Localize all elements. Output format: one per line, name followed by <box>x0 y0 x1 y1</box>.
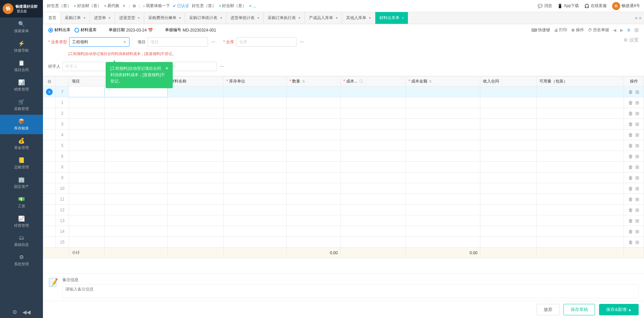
list-view-icon[interactable]: ≡ <box>627 27 630 33</box>
row-14-contract[interactable] <box>480 226 536 237</box>
row-11-unit[interactable] <box>224 194 287 205</box>
tab-material-outbound-close[interactable]: × <box>402 16 404 20</box>
row-11-name[interactable] <box>167 194 223 205</box>
row-12-delete-button[interactable]: 🗑 <box>628 207 634 213</box>
row-1-qty[interactable] <box>287 97 341 108</box>
row-13-code[interactable] <box>104 215 167 226</box>
row-6-qty[interactable] <box>287 151 341 162</box>
message-button[interactable]: 💬 消息 <box>538 3 552 9</box>
row-14-project[interactable] <box>69 226 105 237</box>
row-11-delete-button[interactable]: 🗑 <box>628 196 634 203</box>
row-9-available[interactable] <box>536 172 624 183</box>
tab-purchase-exec-close[interactable]: × <box>299 16 301 20</box>
row-6-name[interactable] <box>167 151 223 162</box>
row-12-name[interactable] <box>167 205 223 215</box>
row-4-contract[interactable] <box>480 129 536 140</box>
row-7-cost[interactable] <box>340 87 406 97</box>
row-11-cost[interactable] <box>340 194 406 205</box>
row-9-contract[interactable] <box>480 172 536 183</box>
row-11-contract[interactable] <box>480 194 536 205</box>
row-8-qty[interactable] <box>287 162 341 172</box>
sidebar-item-salary[interactable]: 💵 工资 <box>0 193 43 212</box>
tab-other-inbound-close[interactable]: × <box>369 16 371 20</box>
row-13-unit[interactable] <box>224 215 287 226</box>
row-11-qty[interactable] <box>287 194 341 205</box>
save-draft-button[interactable]: 保存草稿 <box>564 304 595 315</box>
topbar-certified-good-finance[interactable]: + 好业财（首） <box>219 3 246 9</box>
tab-product-inbound-close[interactable]: × <box>336 16 338 20</box>
row-7-unit[interactable] <box>224 87 287 97</box>
user-avatar[interactable]: 畅 畅捷通8号 <box>612 2 640 10</box>
row-9-code[interactable] <box>104 172 167 183</box>
income-contract-more-icon[interactable]: ··· <box>220 64 224 69</box>
row-4-cost-amount[interactable] <box>406 129 480 140</box>
row-2-name[interactable] <box>167 108 223 119</box>
tab-purchase-expense[interactable]: 采购费用分摊单 × <box>144 12 185 24</box>
row-2-contract[interactable] <box>480 108 536 119</box>
topbar-certified-more[interactable]: + … <box>249 4 256 8</box>
tab-purchase-stats[interactable]: 采购订单统计表 × <box>185 12 226 24</box>
tab-material-outbound[interactable]: 材料出库单 × <box>375 12 409 24</box>
row-5-copy-button[interactable]: ⊞ <box>635 142 640 149</box>
row-6-delete-button[interactable]: 🗑 <box>628 153 634 160</box>
row-4-qty[interactable] <box>287 129 341 140</box>
row-2-code[interactable] <box>104 108 167 119</box>
row-4-copy-button[interactable]: ⊞ <box>635 131 640 138</box>
row-15-copy-button[interactable]: ⊞ <box>635 239 640 246</box>
tab-purchase-expense-close[interactable]: × <box>179 16 181 20</box>
row-12-cost-amount[interactable] <box>406 205 480 215</box>
row-14-name[interactable] <box>167 226 223 237</box>
project-input[interactable]: 项目 <box>148 37 208 47</box>
tab-purchase-stats-close[interactable]: × <box>220 16 222 20</box>
topbar-good-finance[interactable]: + 好业财（首） <box>74 3 101 9</box>
tab-close-all-icon[interactable]: × <box>635 15 638 21</box>
row-7-delete-button[interactable]: 🗑 <box>628 89 634 95</box>
row-15-qty[interactable] <box>287 237 341 248</box>
project-more-icon[interactable]: ··· <box>211 39 215 45</box>
row-4-code[interactable] <box>104 129 167 140</box>
tab-more-icon[interactable]: ≡ <box>639 16 641 20</box>
row-8-copy-button[interactable]: ⊞ <box>635 164 640 170</box>
discard-button[interactable]: 放弃 <box>537 304 559 315</box>
row-9-cost-amount[interactable] <box>406 172 480 183</box>
row-5-contract[interactable] <box>480 140 536 151</box>
row-6-unit[interactable] <box>224 151 287 162</box>
date-value[interactable]: 2023-03-24 <box>126 28 147 33</box>
row-5-qty[interactable] <box>287 140 341 151</box>
row-12-copy-button[interactable]: ⊞ <box>635 207 640 213</box>
row-7-contract[interactable] <box>480 87 536 97</box>
row-3-cost[interactable] <box>340 119 406 129</box>
row-9-unit[interactable] <box>224 172 287 183</box>
row-13-cost[interactable] <box>340 215 406 226</box>
row-15-project[interactable] <box>69 237 105 248</box>
settings-icon[interactable]: ⚙ <box>12 309 17 315</box>
row-12-project[interactable] <box>69 205 105 215</box>
row-15-name[interactable] <box>167 237 223 248</box>
row-11-project[interactable] <box>69 194 105 205</box>
row-15-delete-button[interactable]: 🗑 <box>628 239 634 246</box>
topbar-certified-good-business[interactable]: 好生意（首） <box>192 3 216 9</box>
row-1-cost[interactable] <box>340 97 406 108</box>
row-8-name[interactable] <box>167 162 223 172</box>
warehouse-more-icon[interactable]: ··· <box>300 39 304 45</box>
row-6-contract[interactable] <box>480 151 536 162</box>
row-13-name[interactable] <box>167 215 223 226</box>
row-1-contract[interactable] <box>480 97 536 108</box>
row-10-cost-amount[interactable] <box>406 183 480 194</box>
tooltip-close-button[interactable]: × <box>166 65 168 72</box>
table-container[interactable]: ⚙ 项目 * 材料编码 材料名称 * 库存单位 <box>43 76 644 273</box>
row-1-copy-button[interactable]: ⊞ <box>635 99 640 106</box>
row-14-delete-button[interactable]: 🗑 <box>628 228 634 235</box>
row-11-available[interactable] <box>536 194 624 205</box>
row-2-delete-button[interactable]: 🗑 <box>628 110 634 117</box>
row-1-unit[interactable] <box>224 97 287 108</box>
sidebar-item-assets[interactable]: 🏢 固定资产 <box>0 173 43 193</box>
row-5-code[interactable] <box>104 140 167 151</box>
tab-inbound-stats-close[interactable]: × <box>257 16 259 20</box>
row-7-project[interactable] <box>69 87 105 97</box>
row-3-delete-button[interactable]: 🗑 <box>628 121 634 127</box>
row-9-copy-button[interactable]: ⊞ <box>635 174 640 181</box>
row-2-cost[interactable] <box>340 108 406 119</box>
row-6-cost-amount[interactable] <box>406 151 480 162</box>
row-2-copy-button[interactable]: ⊞ <box>635 110 640 117</box>
